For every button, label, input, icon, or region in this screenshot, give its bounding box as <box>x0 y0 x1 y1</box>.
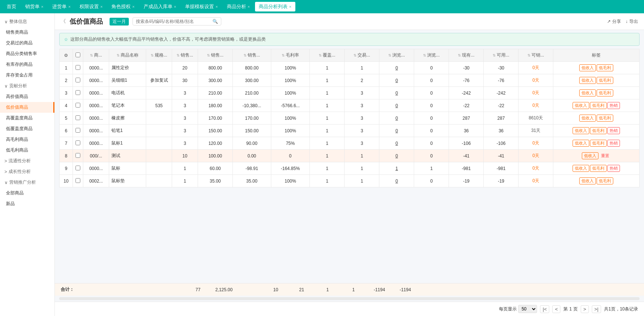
row-browse1[interactable]: 0 <box>379 137 414 150</box>
row-select[interactable] <box>76 78 80 82</box>
row-select[interactable] <box>76 178 80 183</box>
browse-link[interactable]: 0 <box>395 141 398 146</box>
row-browse1[interactable]: 0 <box>379 74 414 87</box>
browse-link[interactable]: 0 <box>395 103 398 108</box>
sidebar-item-category-rate[interactable]: 商品分类销售率 <box>0 48 54 59</box>
sidebar-item-high-value[interactable]: 高价值商品 <box>0 91 54 102</box>
tag: 热销 <box>607 102 620 109</box>
row-select[interactable] <box>76 103 80 108</box>
sidebar-item-stock-capital[interactable]: 库存资金占用 <box>0 70 54 81</box>
nav-purchase[interactable]: 进货单 × <box>48 2 74 11</box>
row-checkbox[interactable] <box>73 125 83 137</box>
row-browse1[interactable]: 0 <box>379 150 414 162</box>
search-input[interactable] <box>136 19 212 24</box>
row-select[interactable] <box>76 166 80 170</box>
sidebar-item-low-margin[interactable]: 低毛利商品 <box>0 145 54 156</box>
row-checkbox[interactable] <box>73 175 83 187</box>
row-browse1[interactable]: 0 <box>379 99 414 112</box>
row-select[interactable] <box>76 90 80 95</box>
horizontal-scrollbar[interactable] <box>59 297 640 300</box>
nav-goods-list[interactable]: 商品分析列表 × <box>255 2 295 11</box>
sidebar-item-low-value[interactable]: 低价值商品 <box>0 102 54 113</box>
nav-goods-list-close[interactable]: × <box>289 4 291 9</box>
row-checkbox[interactable] <box>73 162 83 175</box>
th-settings[interactable]: ⚙ <box>60 49 73 62</box>
nav-goods-analysis-close[interactable]: × <box>248 4 250 9</box>
row-checkbox[interactable] <box>73 150 83 162</box>
browse-link[interactable]: 0 <box>395 128 398 133</box>
nav-template[interactable]: 单据模板设置 × <box>181 2 221 11</box>
per-page-select[interactable]: 50 100 200 <box>518 305 537 313</box>
row-select[interactable] <box>76 128 80 133</box>
nav-role[interactable]: 角色授权 × <box>108 2 138 11</box>
sidebar-group-flow[interactable]: > 流通性分析 <box>0 156 54 166</box>
collapse-sidebar-btn[interactable]: 《 <box>61 18 66 25</box>
nav-sales[interactable]: 销货单 × <box>21 2 47 11</box>
th-checkbox[interactable] <box>73 49 83 62</box>
nav-product-in-close[interactable]: × <box>174 4 176 9</box>
row-checkbox[interactable] <box>73 87 83 99</box>
row-browse2: 0 <box>414 137 449 150</box>
sidebar-group-marketing[interactable]: ∨ 营销推广分析 <box>0 177 54 188</box>
nav-purchase-close[interactable]: × <box>68 4 70 9</box>
nav-role-close[interactable]: × <box>132 4 134 9</box>
sidebar-item-high-coverage[interactable]: 高覆盖度商品 <box>0 113 54 123</box>
row-select[interactable] <box>76 65 80 70</box>
nav-permission[interactable]: 权限设置 × <box>76 2 106 11</box>
row-select[interactable] <box>76 153 80 158</box>
browse-link[interactable]: 0 <box>395 179 398 184</box>
row-margin: 100% <box>271 125 310 137</box>
row-checkbox[interactable] <box>73 99 83 112</box>
row-browse1[interactable]: 0 <box>379 125 414 137</box>
nav-goods-analysis[interactable]: 商品分析 × <box>223 2 254 11</box>
row-select[interactable] <box>76 140 80 145</box>
sidebar-item-sales-goods[interactable]: 销售类商品 <box>0 27 54 38</box>
nav-permission-close[interactable]: × <box>100 4 103 9</box>
browse-link[interactable]: 0 <box>395 78 398 83</box>
row-browse2: 0 <box>414 99 449 112</box>
row-num: 7 <box>60 137 73 150</box>
row-browse1[interactable]: 0 <box>379 62 414 74</box>
prev-page-btn[interactable]: < <box>552 305 560 313</box>
browse-link[interactable]: 1 <box>395 166 398 171</box>
row-browse1[interactable]: 0 <box>379 87 414 99</box>
row-checkbox[interactable] <box>73 137 83 150</box>
nav-sales-close[interactable]: × <box>41 4 43 9</box>
nav-home[interactable]: 首页 <box>3 2 20 11</box>
row-qty: 30 <box>172 74 198 87</box>
browse-link[interactable]: 0 <box>395 65 398 71</box>
nav-template-close[interactable]: × <box>215 4 218 9</box>
sidebar-item-low-coverage[interactable]: 低覆盖度商品 <box>0 123 54 134</box>
row-browse1[interactable]: 0 <box>379 175 414 187</box>
sidebar-item-traded-goods[interactable]: 交易过的商品 <box>0 38 54 48</box>
sidebar-group-overall[interactable]: ∨ 整体信息 <box>0 16 54 27</box>
row-checkbox[interactable] <box>73 62 83 74</box>
sidebar-item-new-goods[interactable]: 新品 <box>0 198 54 209</box>
row-sale1: 170.00 <box>198 112 233 125</box>
sidebar-group-contribution[interactable]: ∨ 贡献分析 <box>0 81 54 91</box>
nav-product-in[interactable]: 产成品入库单 × <box>140 2 180 11</box>
select-all-checkbox[interactable] <box>76 52 80 57</box>
row-browse1[interactable]: 1 <box>379 162 414 175</box>
row-checkbox[interactable] <box>73 74 83 87</box>
time-badge[interactable]: 近一月 <box>110 18 129 26</box>
next-page-btn[interactable]: > <box>581 305 589 313</box>
browse-link[interactable]: 0 <box>395 153 398 159</box>
last-page-btn[interactable]: >| <box>592 305 601 313</box>
browse-link[interactable]: 0 <box>395 91 398 96</box>
share-button[interactable]: ↗ 分享 <box>607 18 621 25</box>
row-select[interactable] <box>76 115 80 120</box>
sidebar-item-all-goods[interactable]: 全部商品 <box>0 188 54 198</box>
row-checkbox[interactable] <box>73 112 83 125</box>
first-page-btn[interactable]: |< <box>540 305 549 313</box>
settings-icon[interactable]: ⚙ <box>64 53 68 58</box>
row-browse1[interactable]: 0 <box>379 112 414 125</box>
search-icon[interactable]: 🔍 <box>212 19 218 24</box>
sidebar-group-growth[interactable]: > 成长性分析 <box>0 166 54 177</box>
row-sale1: 180.00 <box>198 99 233 112</box>
browse-link[interactable]: 0 <box>395 116 398 121</box>
sidebar-item-high-margin[interactable]: 高毛利商品 <box>0 134 54 145</box>
sidebar-item-stock-goods[interactable]: 有库存的商品 <box>0 59 54 70</box>
row-stock1: 36 <box>449 125 484 137</box>
export-button[interactable]: ↓ 导出 <box>625 18 638 25</box>
